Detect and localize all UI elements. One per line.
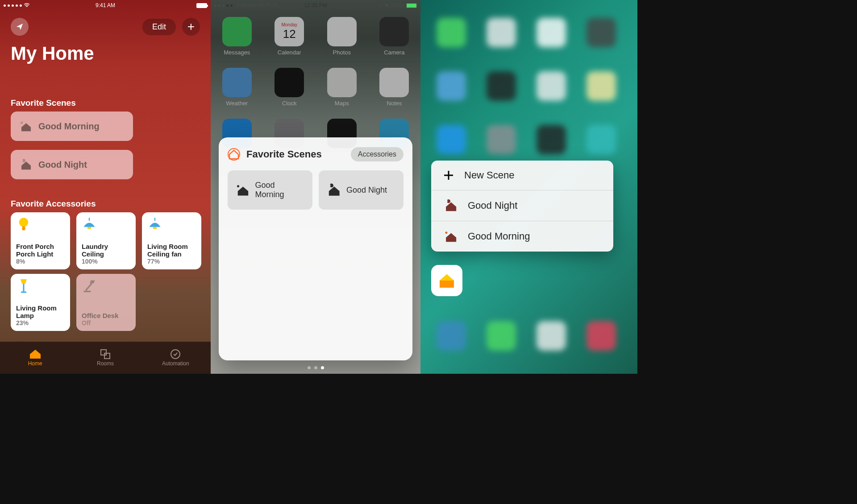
svg-point-0 <box>21 122 23 124</box>
home-app-icon[interactable] <box>431 265 462 296</box>
svg-rect-16 <box>104 353 110 359</box>
home-app-screen: 9:41 AM Edit + My Home Favorite Scenes G… <box>0 0 211 374</box>
plus-icon <box>443 169 454 181</box>
qa-good-morning[interactable]: Good Morning <box>431 221 613 252</box>
scene-good-morning[interactable]: Good Morning <box>11 112 133 141</box>
scene-label: Good Night <box>38 160 87 170</box>
svg-rect-15 <box>101 350 106 355</box>
accessory-living-room-ceiling-fan[interactable]: Living Room Ceiling fan 77% <box>142 212 201 269</box>
status-time: 9:41 AM <box>0 2 211 8</box>
svg-point-8 <box>87 227 91 229</box>
quick-actions-menu: New Scene Good Night Good Morning <box>431 161 613 252</box>
quick-actions-screen: New Scene Good Night Good Morning <box>420 0 637 374</box>
qa-good-night[interactable]: Good Night <box>431 190 613 221</box>
svg-point-22 <box>449 200 450 201</box>
svg-point-17 <box>171 350 180 359</box>
scene-label: Good Morning <box>38 121 100 132</box>
accessory-living-room-lamp[interactable]: Living Room Lamp 23% <box>11 274 70 331</box>
accessory-office-desk[interactable]: Office Desk Off <box>76 274 136 331</box>
svg-line-3 <box>23 122 23 122</box>
status-bar: 9:41 AM <box>0 0 211 11</box>
qa-new-scene[interactable]: New Scene <box>431 161 613 190</box>
widget-scene-good-night[interactable]: Good Night <box>319 170 404 210</box>
accessory-laundry-ceiling[interactable]: Laundry Ceiling 100% <box>76 212 136 269</box>
tab-automation[interactable]: Automation <box>141 342 211 374</box>
svg-point-23 <box>445 231 447 234</box>
widget-screen: T-Mobile Wi-Fi 12:35 PM ✱ 100% MessagesM… <box>211 0 420 374</box>
svg-point-10 <box>153 227 157 229</box>
widget-scene-good-morning[interactable]: Good Morning <box>228 170 312 210</box>
widget-title: Favorite Scenes <box>246 149 322 160</box>
tab-bar: Home Rooms Automation <box>0 342 211 374</box>
svg-point-4 <box>24 160 25 161</box>
favorite-accessories-label: Favorite Accessories <box>11 199 96 209</box>
moon-house-icon <box>443 199 458 212</box>
svg-line-13 <box>86 283 92 290</box>
sun-house-icon <box>443 230 458 243</box>
svg-rect-6 <box>22 227 25 231</box>
page-dots <box>211 366 420 369</box>
edit-button[interactable]: Edit <box>142 19 176 35</box>
location-button[interactable] <box>11 18 29 36</box>
accessory-front-porch-light[interactable]: Front Porch Porch Light 8% <box>11 212 70 269</box>
page-title: My Home <box>11 43 94 64</box>
svg-point-19 <box>237 185 239 187</box>
svg-point-5 <box>19 218 28 227</box>
tab-rooms[interactable]: Rooms <box>70 342 140 374</box>
scene-good-night[interactable]: Good Night <box>11 150 133 179</box>
add-button[interactable]: + <box>182 18 200 36</box>
tab-home[interactable]: Home <box>0 342 70 374</box>
favorite-scenes-label: Favorite Scenes <box>11 98 76 108</box>
location-icon <box>379 3 383 8</box>
home-widget: Favorite Scenes Accessories Good Morning… <box>219 137 412 360</box>
home-icon <box>228 148 240 161</box>
accessories-button[interactable]: Accessories <box>351 147 404 161</box>
